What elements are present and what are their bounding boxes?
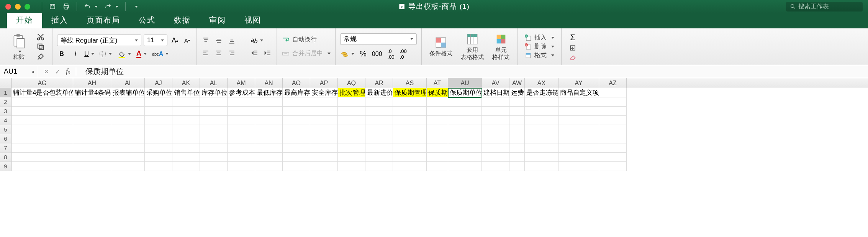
cell-AL5[interactable] (200, 125, 228, 134)
cell-AI1[interactable]: 报表辅单位 (111, 88, 145, 97)
cell-AH3[interactable] (73, 107, 111, 116)
cell-AR2[interactable] (365, 97, 393, 107)
formula-value[interactable]: 保质期单位 (82, 66, 124, 77)
cell-AP5[interactable] (310, 125, 338, 134)
font-name-select[interactable]: 等线 Regular (正文) (57, 35, 141, 46)
cell-AI6[interactable] (111, 134, 145, 143)
decrease-decimal-button[interactable]: .00.0 (400, 48, 407, 60)
cell-AH8[interactable] (73, 153, 111, 162)
cell-AN1[interactable]: 最低库存 (255, 88, 283, 97)
autosum-button[interactable]: Σ (568, 32, 577, 43)
tab-插入[interactable]: 插入 (42, 13, 77, 28)
align-top-button[interactable] (201, 36, 210, 45)
cell-AR9[interactable] (365, 162, 393, 171)
cell-AN3[interactable] (255, 107, 283, 116)
cell-AT3[interactable] (427, 107, 448, 116)
cells-area[interactable]: 辅计量4是否包装单位辅计量4条码报表辅单位采购单位销售单位库存单位参考成本最低库… (11, 88, 627, 171)
cell-AM9[interactable] (228, 162, 255, 171)
cell-AQ9[interactable] (338, 162, 365, 171)
cell-AP3[interactable] (310, 107, 338, 116)
cell-AH5[interactable] (73, 125, 111, 134)
cell-AN4[interactable] (255, 116, 283, 125)
cell-AM8[interactable] (228, 153, 255, 162)
merge-center-button[interactable]: 合并后居中 (282, 49, 331, 58)
cell-AS3[interactable] (393, 107, 427, 116)
align-bottom-button[interactable] (228, 36, 236, 45)
cell-AT1[interactable]: 保质期 (427, 88, 448, 97)
cell-AX4[interactable] (525, 116, 558, 125)
cell-AN7[interactable] (255, 143, 283, 153)
clear-button[interactable] (568, 53, 577, 61)
fill-color-button[interactable] (117, 49, 131, 59)
cell-AZ7[interactable] (599, 143, 627, 153)
cell-AK3[interactable] (172, 107, 200, 116)
tab-审阅[interactable]: 审阅 (200, 13, 235, 28)
conditional-format-button[interactable]: 条件格式 (426, 36, 455, 57)
underline-button[interactable]: U (85, 50, 94, 58)
cell-AT6[interactable] (427, 134, 448, 143)
cell-AN2[interactable] (255, 97, 283, 107)
cell-AS8[interactable] (393, 153, 427, 162)
cell-AR5[interactable] (365, 125, 393, 134)
cell-AR1[interactable]: 最新进价 (365, 88, 393, 97)
italic-button[interactable]: I (71, 50, 80, 58)
cell-AN6[interactable] (255, 134, 283, 143)
column-header-AR[interactable]: AR (365, 78, 393, 88)
row-header-9[interactable]: 9 (0, 162, 11, 171)
delete-cells-button[interactable]: × 删除 (524, 43, 554, 51)
align-right-button[interactable] (228, 49, 236, 57)
cell-AY2[interactable] (558, 97, 599, 107)
cell-AL4[interactable] (200, 116, 228, 125)
cell-AZ8[interactable] (599, 153, 627, 162)
qat-redo-button[interactable] (105, 3, 118, 10)
cell-AJ8[interactable] (145, 153, 172, 162)
cell-AG7[interactable] (11, 143, 73, 153)
enter-formula-button[interactable]: ✓ (55, 67, 61, 76)
cell-AY5[interactable] (558, 125, 599, 134)
cell-AH9[interactable] (73, 162, 111, 171)
comma-button[interactable]: 000 (372, 50, 383, 58)
row-header-4[interactable]: 4 (0, 116, 11, 125)
cell-AY4[interactable] (558, 116, 599, 125)
copy-button[interactable] (36, 42, 45, 51)
cell-AX1[interactable]: 是否走冻链 (525, 88, 558, 97)
cell-AG8[interactable] (11, 153, 73, 162)
cell-AW5[interactable] (509, 125, 525, 134)
cell-AS9[interactable] (393, 162, 427, 171)
cell-AH2[interactable] (73, 97, 111, 107)
cell-AL6[interactable] (200, 134, 228, 143)
cell-AJ6[interactable] (145, 134, 172, 143)
cell-AT5[interactable] (427, 125, 448, 134)
column-header-AO[interactable]: AO (283, 78, 310, 88)
qat-undo-button[interactable] (84, 3, 98, 10)
column-header-AW[interactable]: AW (509, 78, 525, 88)
column-header-AV[interactable]: AV (482, 78, 509, 88)
cell-AS1[interactable]: 保质期管理 (393, 88, 427, 97)
cell-AS5[interactable] (393, 125, 427, 134)
column-header-AZ[interactable]: AZ (599, 78, 627, 88)
cell-AI2[interactable] (111, 97, 145, 107)
cell-AZ5[interactable] (599, 125, 627, 134)
cell-AM3[interactable] (228, 107, 255, 116)
cell-AT8[interactable] (427, 153, 448, 162)
cell-AI4[interactable] (111, 116, 145, 125)
cell-AJ1[interactable]: 采购单位 (145, 88, 172, 97)
cell-AI7[interactable] (111, 143, 145, 153)
row-header-6[interactable]: 6 (0, 134, 11, 143)
cell-AX9[interactable] (525, 162, 558, 171)
cell-AQ7[interactable] (338, 143, 365, 153)
align-center-button[interactable] (215, 49, 223, 57)
cell-AW1[interactable]: 运费 (509, 88, 525, 97)
cell-AY1[interactable]: 商品自定义项 (558, 88, 599, 97)
cell-AK9[interactable] (172, 162, 200, 171)
cell-AR4[interactable] (365, 116, 393, 125)
cell-AJ4[interactable] (145, 116, 172, 125)
cell-AV7[interactable] (482, 143, 509, 153)
cell-AX8[interactable] (525, 153, 558, 162)
fill-button[interactable] (568, 44, 577, 52)
cell-AP6[interactable] (310, 134, 338, 143)
cell-AR7[interactable] (365, 143, 393, 153)
qat-customize-icon[interactable] (133, 6, 138, 8)
qat-print-icon[interactable] (63, 3, 70, 10)
decrease-indent-button[interactable] (251, 49, 259, 57)
